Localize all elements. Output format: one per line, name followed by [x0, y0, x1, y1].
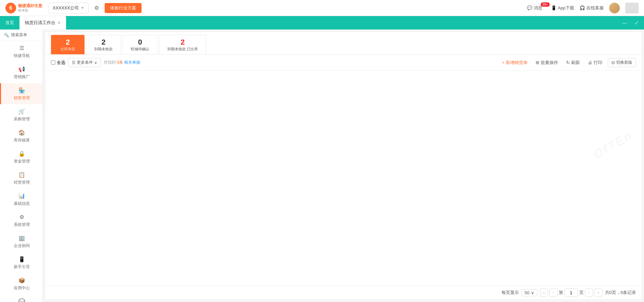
- stat-pending-number: 0: [138, 38, 142, 47]
- online-service-label: 在线客服: [586, 5, 604, 11]
- sidebar-item-sales[interactable]: 🏪 销售管理: [0, 83, 43, 104]
- search-icon: 🔍: [4, 33, 9, 38]
- add-button[interactable]: + 新增销货单: [499, 58, 530, 67]
- print-button[interactable]: 🖨 打印: [585, 58, 605, 67]
- sidebar-item-enterprise[interactable]: 🏢 企业协同: [0, 231, 43, 252]
- search-menu[interactable]: 🔍 搜索菜单: [0, 29, 43, 41]
- sidebar-item-marketing[interactable]: 📢 营销推广: [0, 62, 43, 83]
- app-layout: 🔍 搜索菜单 ☰ 快捷导航 📢 营销推广 🏪 销售管理 🛒 采购管理 🏠 库存核…: [0, 29, 644, 302]
- prev-page-icon: ‹: [553, 290, 554, 295]
- system-icon: ⚙: [18, 213, 25, 221]
- add-icon: +: [502, 60, 504, 65]
- finance-label: 资金管理: [14, 159, 30, 164]
- main-content: 2 全部单据 2 到期未收款 0 旺铺待确认 2 到期未收款 已出库: [43, 29, 644, 302]
- select-all-label: 全选: [57, 60, 65, 66]
- chevron-down-icon: ▼: [81, 6, 84, 10]
- switch-version-button[interactable]: ⊟ 切换新版: [608, 58, 636, 67]
- sidebar-item-quick-nav[interactable]: ☰ 快捷导航: [0, 41, 43, 62]
- next-page-icon: ›: [588, 290, 590, 295]
- sidebar-item-app-center[interactable]: 📦 应用中心: [0, 273, 43, 294]
- settings-icon[interactable]: ⚙: [91, 3, 102, 13]
- switch-icon: ⊟: [611, 60, 615, 65]
- sidebar-item-finance[interactable]: 🔒 资金管理: [0, 146, 43, 168]
- stat-shipped-label: 到期未收款 已出库: [167, 47, 198, 52]
- online-service-item[interactable]: 🎧 在线客服: [580, 5, 604, 11]
- sidebar-item-operation[interactable]: 📋 经营管理: [0, 168, 43, 189]
- related-records-link[interactable]: 相关单据: [124, 60, 140, 65]
- switch-label: 切换新版: [616, 60, 632, 65]
- batch-button[interactable]: ⊞ 批量操作: [533, 58, 561, 67]
- stat-tab-overdue[interactable]: 2 到期未收款: [86, 35, 121, 54]
- stat-pending-label: 旺铺待确认: [131, 47, 149, 52]
- stat-tab-pending[interactable]: 0 旺铺待确认: [122, 35, 158, 54]
- user-name-area[interactable]: [625, 3, 639, 13]
- tab-home[interactable]: 首页: [0, 16, 19, 29]
- watermark: OfTEn: [591, 128, 635, 162]
- sidebar-item-purchase[interactable]: 🛒 采购管理: [0, 104, 43, 125]
- sidebar-item-guide[interactable]: 📱 新手引导: [0, 252, 43, 273]
- filter-button[interactable]: ☰ 更多条件 ∨: [68, 58, 101, 67]
- select-all-input[interactable]: [51, 60, 55, 65]
- app-download-item[interactable]: 📱 App下载: [551, 5, 574, 11]
- stat-tab-shipped[interactable]: 2 到期未收款 已出库: [159, 35, 206, 54]
- toolbar: 全选 ☰ 更多条件 ∨ 共找到 0条 相关单据 + 新增销货单 ⊞: [46, 55, 641, 71]
- company-name: XXXXXX公司: [53, 5, 79, 11]
- basic-info-icon: 📊: [18, 192, 25, 199]
- chevron-icon: ∨: [94, 60, 97, 65]
- tab-bar-actions: — ⤢: [620, 18, 644, 27]
- next-page-button[interactable]: ›: [585, 289, 593, 297]
- last-page-button[interactable]: »: [594, 289, 602, 297]
- enterprise-icon: 🏢: [18, 234, 25, 242]
- quick-nav-icon: ☰: [18, 44, 25, 52]
- sidebar-item-system[interactable]: ⚙ 系统管理: [0, 210, 43, 231]
- filter-label: 更多条件: [77, 60, 93, 65]
- tab-bar: 首页 钱货日清工作台 ✕ — ⤢: [0, 16, 644, 29]
- tab-work[interactable]: 钱货日清工作台 ✕: [19, 16, 66, 29]
- operation-icon: 📋: [18, 171, 25, 178]
- header: 6 畅捷通好生意 标准版 XXXXXX公司 ▼ ⚙ 体验行业方案 💬 消息 99…: [0, 0, 644, 16]
- app-download-icon: 📱: [551, 5, 556, 10]
- page-number-input[interactable]: [565, 289, 578, 297]
- table-area: OfTEn: [46, 71, 641, 286]
- header-right: 💬 消息 99+ 📱 App下载 🎧 在线客服: [527, 3, 639, 13]
- marketing-label: 营销推广: [14, 74, 30, 80]
- marketing-icon: 📢: [18, 65, 25, 73]
- quick-nav-label: 快捷导航: [14, 53, 30, 59]
- message-item[interactable]: 💬 消息 99+: [527, 5, 546, 11]
- toolbar-right: + 新增销货单 ⊞ 批量操作 ↻ 刷新 🖨 打印: [499, 58, 636, 67]
- sidebar-item-basic-info[interactable]: 📊 基础信息: [0, 189, 43, 210]
- close-icon[interactable]: ✕: [57, 20, 61, 25]
- prev-page-button[interactable]: ‹: [549, 289, 557, 297]
- last-page-icon: »: [597, 290, 599, 295]
- page-size-selector[interactable]: 50 ∨: [522, 289, 537, 296]
- stat-tab-all[interactable]: 2 全部单据: [51, 35, 85, 54]
- page-nav: « ‹ 第 页 › »: [540, 289, 602, 297]
- inventory-icon: 🏠: [18, 129, 25, 136]
- purchase-label: 采购管理: [14, 116, 30, 122]
- sidebar-item-wechat[interactable]: 💬 企业微信: [0, 294, 43, 302]
- refresh-button[interactable]: ↻ 刷新: [564, 58, 583, 67]
- user-avatar[interactable]: [609, 3, 620, 13]
- batch-label: 批量操作: [541, 60, 558, 66]
- select-all-checkbox[interactable]: 全选: [51, 60, 65, 66]
- message-icon: 💬: [527, 5, 532, 10]
- batch-icon: ⊞: [536, 60, 539, 65]
- stat-all-label: 全部单据: [60, 47, 75, 52]
- expand-icon[interactable]: ⤢: [632, 18, 641, 27]
- first-page-icon: «: [543, 290, 545, 295]
- message-badge: 99+: [541, 2, 550, 7]
- refresh-label: 刷新: [571, 60, 580, 66]
- trial-button[interactable]: 体验行业方案: [105, 3, 142, 13]
- sidebar: 🔍 搜索菜单 ☰ 快捷导航 📢 营销推广 🏪 销售管理 🛒 采购管理 🏠 库存核…: [0, 29, 43, 302]
- first-page-button[interactable]: «: [540, 289, 548, 297]
- pagination-bar: 每页显示 50 ∨ « ‹ 第 页 ›: [46, 286, 641, 299]
- print-label: 打印: [594, 60, 602, 66]
- app-center-label: 应用中心: [14, 285, 30, 291]
- enterprise-label: 企业协同: [14, 243, 30, 249]
- sidebar-item-inventory[interactable]: 🏠 库存核算: [0, 125, 43, 146]
- app-title: 畅捷通好生意: [18, 3, 42, 8]
- tab-work-label: 钱货日清工作台: [25, 20, 55, 26]
- company-selector[interactable]: XXXXXX公司 ▼: [48, 3, 89, 13]
- page-suffix: 页: [579, 290, 584, 296]
- minimize-icon[interactable]: —: [620, 18, 629, 27]
